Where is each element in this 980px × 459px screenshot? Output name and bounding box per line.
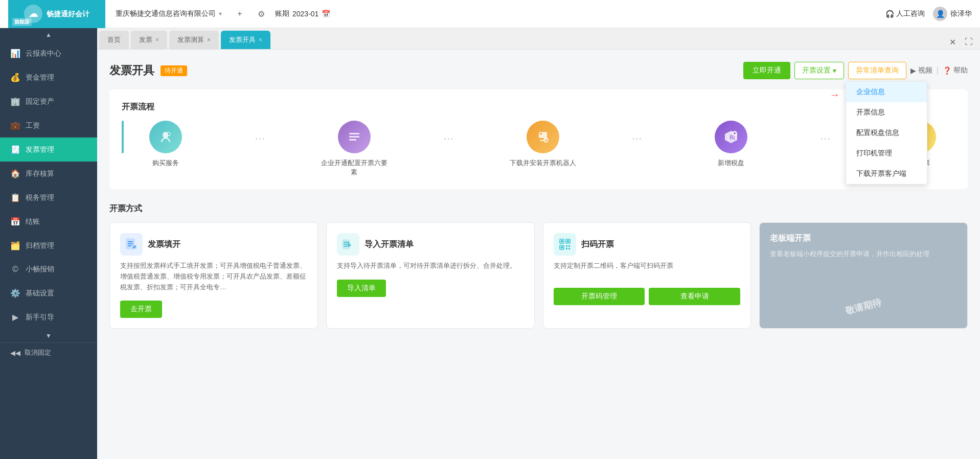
svg-rect-33 [566, 248, 567, 249]
scroll-down-button[interactable]: ▼ [0, 329, 97, 342]
video-button[interactable]: ▶ 视频 [910, 66, 932, 75]
archive-icon: 🗂️ [10, 241, 20, 250]
dropdown-download-client[interactable]: 下载开票客户端 [846, 164, 927, 184]
dropdown-company-info[interactable]: 企业信息 [846, 82, 927, 102]
methods-section: 开票方式 发票填开 [109, 203, 968, 329]
sidebar-item-cloud-report[interactable]: 📊 云报表中心 [0, 41, 97, 65]
tab-bar: 首页 发票 × 发票测算 × 发票开具 × ✕ ⛶ [97, 28, 980, 50]
svg-rect-3 [349, 136, 359, 137]
play-circle-icon: ▶ [910, 66, 916, 75]
scan-code-name: 扫码开票 [581, 239, 614, 250]
main-content: 发票开具 待开通 立即开通 开票设置 ▾ → 企业信息 [97, 50, 980, 459]
step-icon-configure [338, 121, 371, 153]
svg-rect-32 [568, 245, 570, 247]
import-list-btn[interactable]: 导入清单 [337, 280, 386, 297]
sidebar-item-archive-mgmt[interactable]: 🗂️ 归档管理 [0, 234, 97, 258]
tab-invoice-open[interactable]: 发票开具 × [221, 31, 270, 49]
svg-rect-30 [561, 246, 563, 248]
step-icon-tax: 税 [715, 121, 747, 153]
pin-icon: ◀◀ [10, 349, 20, 357]
flow-connector-3: ··· [579, 121, 696, 145]
sidebar-item-report-mini[interactable]: © 小畅报销 [0, 258, 97, 281]
step-label-download: 下载并安装开票机器人 [510, 158, 576, 168]
method-cards: 发票填开 支持按照发票样式手工填开发票；可开具增值税电子普通发票、增值税普通发票… [109, 222, 968, 329]
tab-home[interactable]: 首页 [99, 31, 129, 49]
step-label-configure: 企业开通配置开票六要素 [318, 158, 390, 177]
dropdown-printer-mgmt[interactable]: 打印机管理 [846, 143, 927, 164]
flow-step-buy-service: 购买服务 [130, 121, 201, 168]
dropdown-tax-disk[interactable]: 配置税盘信息 [846, 123, 927, 143]
flow-section: 开票流程 购买服务 ··· [109, 89, 968, 189]
scroll-up-button[interactable]: ▲ [0, 28, 97, 41]
company-selector[interactable]: 重庆畅捷交通信息咨询有限公司 ▾ [111, 7, 226, 20]
svg-rect-2 [349, 133, 359, 134]
invoice-settings-dropdown: → 企业信息 开票信息 配置税盘信息 打印机管理 下载开票客 [846, 81, 927, 185]
settings-icon[interactable]: ⚙ [254, 6, 269, 21]
report-icon: © [10, 265, 20, 274]
company-name: 重庆畅捷交通信息咨询有限公司 [116, 9, 216, 18]
svg-rect-5 [539, 132, 547, 138]
arrow-indicator-icon: → [830, 89, 840, 101]
sidebar-item-checkout[interactable]: 📅 结账 [0, 210, 97, 234]
dropdown-invoice-info[interactable]: 开票信息 [846, 102, 927, 123]
sidebar-item-invoice-mgmt[interactable]: 🧾 发票管理 [0, 137, 97, 162]
sidebar-item-fund-mgmt[interactable]: 💰 资金管理 [0, 65, 97, 89]
svg-rect-4 [349, 139, 356, 141]
calendar-icon[interactable]: 📅 [322, 10, 330, 18]
scan-code-view-btn[interactable]: 查看申请 [649, 288, 740, 305]
logo-area: ☁ 畅捷通好会计 旗舰版 [8, 0, 105, 28]
flow-connector-1: ··· [201, 121, 318, 145]
activate-button[interactable]: 立即开通 [743, 62, 790, 79]
svg-rect-28 [567, 240, 569, 242]
settings-dropdown-wrapper: 开票设置 ▾ → 企业信息 开票信息 配置税盘信息 [794, 62, 844, 79]
method-card-import: 导入开票清单 支持导入待开票清单，可对待开票清单进行拆分、合并处理。 导入清单 [326, 222, 535, 329]
help-circle-icon: ❓ [943, 66, 951, 75]
scan-code-desc: 支持定制开票二维码，客户端可扫码开票 [554, 261, 741, 271]
sidebar-item-fixed-assets[interactable]: 🏢 固定资产 [0, 89, 97, 113]
edition-badge: 旗舰版 [12, 18, 32, 26]
scan-code-manage-btn[interactable]: 开票码管理 [554, 288, 645, 305]
svg-rect-18 [128, 243, 133, 244]
svg-rect-23 [344, 244, 349, 245]
close-tab-button[interactable]: ✕ [945, 35, 960, 49]
support-button[interactable]: 🎧 人工咨询 [885, 9, 925, 18]
svg-rect-24 [344, 246, 347, 247]
maximize-button[interactable]: ⛶ [962, 35, 976, 49]
close-icon[interactable]: × [259, 36, 262, 43]
abnormal-list-button[interactable]: 异常清单查询 [848, 62, 906, 79]
svg-rect-19 [128, 245, 131, 246]
page-header: 发票开具 待开通 立即开通 开票设置 ▾ → 企业信息 [109, 62, 968, 79]
tab-controls: ✕ ⛶ [945, 35, 980, 49]
sidebar-cancel-pin-button[interactable]: ◀◀ 取消固定 [0, 342, 97, 362]
sidebar-item-inventory[interactable]: 🏠 库存核算 [0, 162, 97, 186]
flow-step-configure: 企业开通配置开票六要素 [318, 121, 390, 177]
help-button[interactable]: ❓ 帮助 [943, 66, 968, 75]
fund-icon: 💰 [10, 73, 20, 82]
status-badge: 待开通 [161, 65, 187, 76]
sidebar-item-payroll[interactable]: 💼 工资 [0, 113, 97, 137]
sidebar-item-tax-mgmt[interactable]: 📋 税务管理 [0, 186, 97, 210]
tab-invoice[interactable]: 发票 × [131, 31, 167, 49]
method-card-boss: 老板端开票 查看老板端小程序提交的开票申请，并作出相应的处理 敬请期待 [759, 222, 968, 329]
flow-section-title: 开票流程 [122, 102, 955, 112]
add-company-button[interactable]: + [232, 6, 247, 21]
sidebar-item-basic-settings[interactable]: ⚙️ 基础设置 [0, 281, 97, 305]
overlay-text: 敬请期待 [762, 274, 965, 329]
svg-rect-26 [561, 240, 563, 242]
manual-fill-btn[interactable]: 去开票 [120, 301, 162, 318]
tab-invoice-calc[interactable]: 发票测算 × [169, 31, 219, 49]
sidebar-item-new-guide[interactable]: ▶ 新手引导 [0, 305, 97, 329]
methods-section-title: 开票方式 [109, 203, 968, 214]
username: 徐泽华 [950, 9, 972, 18]
step-icon-buy [149, 121, 182, 153]
invoice-settings-button[interactable]: 开票设置 ▾ [794, 62, 844, 79]
close-icon[interactable]: × [207, 36, 211, 43]
house-icon: 🏠 [10, 169, 20, 178]
page-title-area: 发票开具 待开通 [109, 63, 187, 78]
close-icon[interactable]: × [155, 36, 159, 43]
flow-steps: 购买服务 ··· 企业开通配置开票六要素 ··· [122, 121, 955, 177]
user-info[interactable]: 👤 徐泽华 [933, 7, 972, 21]
import-list-icon [337, 233, 359, 256]
checkout-icon: 📅 [10, 217, 20, 226]
step-label-buy: 购买服务 [152, 158, 179, 168]
